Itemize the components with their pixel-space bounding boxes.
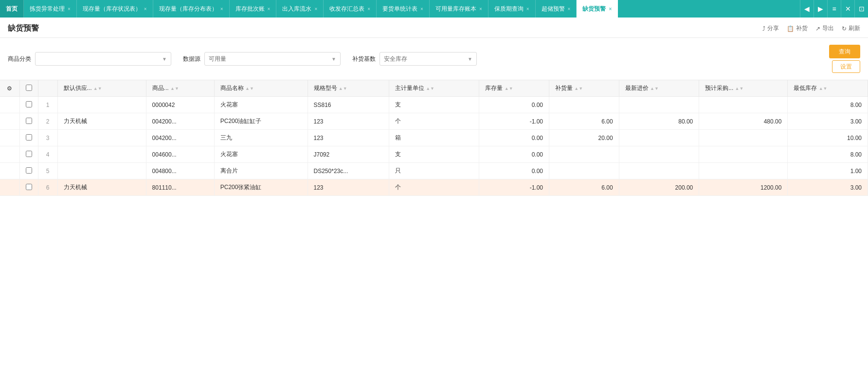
table-row: 6 力天机械 801110... PC200张紧油缸 123 个 -1.00 6…: [0, 179, 868, 196]
col-product-name[interactable]: 商品名称 ▲▼: [214, 80, 307, 97]
row-spec-3: J7092: [307, 146, 389, 163]
table-row: 4 004600... 火花塞 J7092 支 0.00 8.00: [0, 146, 868, 163]
tab-menu-button[interactable]: ≡: [827, 0, 841, 18]
refresh-button[interactable]: ↻ 刷新: [842, 24, 860, 33]
col-latest-price[interactable]: 最新进价 ▲▼: [619, 80, 699, 97]
tab-order-stats[interactable]: 要货单统计表 ×: [377, 0, 430, 18]
tab-home[interactable]: 首页: [0, 0, 24, 18]
tab-expiry-query[interactable]: 保质期查询 ×: [488, 0, 536, 18]
tab-in-out-flow-label: 出入库流水: [282, 5, 311, 13]
close-in-out-flow[interactable]: ×: [314, 6, 317, 12]
close-stock-exception[interactable]: ×: [68, 6, 71, 12]
tab-shortage[interactable]: 缺货预警 ×: [577, 0, 618, 18]
share-button[interactable]: ⤴ 分享: [762, 24, 779, 33]
close-expiry-query[interactable]: ×: [526, 6, 529, 12]
row-check-3[interactable]: [26, 151, 32, 157]
row-num-0: 1: [38, 97, 57, 113]
tab-prev-button[interactable]: ◀: [800, 0, 814, 18]
tab-stock-status[interactable]: 现存量（库存状况表） ×: [77, 0, 153, 18]
row-spec-2: 123: [307, 130, 389, 146]
row-replenish-qty-3: [549, 146, 619, 163]
row-checkbox-5[interactable]: [19, 179, 38, 196]
datasource-chevron-down-icon: ▼: [331, 56, 336, 62]
tab-batch-account[interactable]: 库存批次账 ×: [230, 0, 277, 18]
sort-unit-icon: ▲▼: [426, 86, 434, 91]
row-check-0[interactable]: [26, 101, 32, 107]
tab-nav-controls: ◀ ▶ ≡ ✕ ⊡: [800, 0, 868, 18]
row-check-1[interactable]: [26, 118, 32, 124]
row-stock-qty-0: 0.00: [479, 97, 549, 113]
tab-in-out-flow[interactable]: 出入库流水 ×: [276, 0, 324, 18]
col-replenish-qty[interactable]: 补货量 ▲▼: [549, 80, 619, 97]
close-available-ledger[interactable]: ×: [479, 6, 482, 12]
tab-fullscreen-button[interactable]: ⊡: [854, 0, 868, 18]
row-code-0: 0000042: [146, 97, 214, 113]
tab-overstock-label: 超储预警: [542, 5, 565, 13]
col-stock-qty[interactable]: 库存量 ▲▼: [479, 80, 549, 97]
datasource-select[interactable]: 可用量 ▼: [204, 52, 341, 66]
row-checkbox-0[interactable]: [19, 97, 38, 113]
tab-overstock[interactable]: 超储预警 ×: [536, 0, 577, 18]
close-stock-status[interactable]: ×: [144, 6, 147, 12]
col-default-supplier[interactable]: 默认供应... ▲▼: [57, 80, 146, 97]
sort-stock-qty-icon: ▲▼: [505, 86, 513, 91]
tab-recv-summary[interactable]: 收发存汇总表 ×: [324, 0, 377, 18]
row-checkbox-4[interactable]: [19, 163, 38, 179]
row-spec-4: DS250*23c...: [307, 163, 389, 179]
row-unit-1: 个: [389, 113, 479, 130]
row-name-1: PC200油缸缸子: [214, 113, 307, 130]
col-checkbox[interactable]: [19, 80, 38, 97]
close-shortage[interactable]: ×: [609, 6, 612, 12]
query-button[interactable]: 查询: [829, 45, 860, 58]
tab-stock-exception[interactable]: 拣货异常处理 ×: [24, 0, 77, 18]
replenish-button[interactable]: 📋 补货: [787, 24, 808, 33]
category-chevron-down-icon: ▼: [162, 56, 167, 62]
tab-stock-exception-label: 拣货异常处理: [30, 5, 65, 13]
select-all-checkbox[interactable]: [26, 85, 32, 91]
sort-spec-icon: ▲▼: [339, 86, 347, 91]
col-spec[interactable]: 规格型号 ▲▼: [307, 80, 389, 97]
row-supplier-0: [57, 97, 146, 113]
col-est-purchase-label: 预计采购...: [705, 85, 733, 91]
tab-next-button[interactable]: ▶: [814, 0, 827, 18]
close-order-stats[interactable]: ×: [420, 6, 423, 12]
row-min-stock-5: 3.00: [788, 179, 868, 196]
tab-stock-dist[interactable]: 现存量（库存分布表） ×: [153, 0, 230, 18]
row-check-4[interactable]: [26, 167, 32, 174]
row-checkbox-1[interactable]: [19, 113, 38, 130]
row-name-4: 离合片: [214, 163, 307, 179]
row-min-stock-4: 1.00: [788, 163, 868, 179]
tab-available-ledger[interactable]: 可用量库存账本 ×: [430, 0, 488, 18]
close-batch-account[interactable]: ×: [268, 6, 271, 12]
row-settings-3: [0, 146, 19, 163]
col-unit[interactable]: 主计量单位 ▲▼: [389, 80, 479, 97]
settings-button[interactable]: 设置: [832, 60, 860, 73]
close-overstock[interactable]: ×: [568, 6, 571, 12]
export-button[interactable]: ↗ 导出: [815, 24, 834, 33]
row-code-3: 004600...: [146, 146, 214, 163]
row-check-2[interactable]: [26, 134, 32, 141]
row-unit-0: 支: [389, 97, 479, 113]
row-latest-price-4: [619, 163, 699, 179]
close-recv-summary[interactable]: ×: [367, 6, 370, 12]
export-icon: ↗: [815, 25, 820, 32]
row-latest-price-3: [619, 146, 699, 163]
col-settings[interactable]: ⚙: [0, 80, 19, 97]
col-spec-label: 规格型号: [314, 85, 337, 91]
row-stock-qty-1: -1.00: [479, 113, 549, 130]
col-min-stock[interactable]: 最低库存 ▲▼: [788, 80, 868, 97]
row-checkbox-2[interactable]: [19, 130, 38, 146]
row-name-5: PC200张紧油缸: [214, 179, 307, 196]
filter-bar: 商品分类 ▼ 数据源 可用量 ▼ 补货基数 安全库存 ▼ 查询 设置: [0, 38, 868, 80]
row-spec-5: 123: [307, 179, 389, 196]
replenish-basis-select[interactable]: 安全库存 ▼: [380, 52, 477, 66]
category-select[interactable]: ▼: [35, 52, 171, 66]
row-check-5[interactable]: [26, 184, 32, 190]
col-product-code[interactable]: 商品... ▲▼: [146, 80, 214, 97]
col-est-purchase[interactable]: 预计采购... ▲▼: [699, 80, 788, 97]
row-settings-5: [0, 179, 19, 196]
row-checkbox-3[interactable]: [19, 146, 38, 163]
close-stock-dist[interactable]: ×: [220, 6, 223, 12]
main-content: 缺货预警 ⤴ 分享 📋 补货 ↗ 导出 ↻ 刷新 商品分类: [0, 18, 868, 387]
tab-close-all-button[interactable]: ✕: [841, 0, 854, 18]
